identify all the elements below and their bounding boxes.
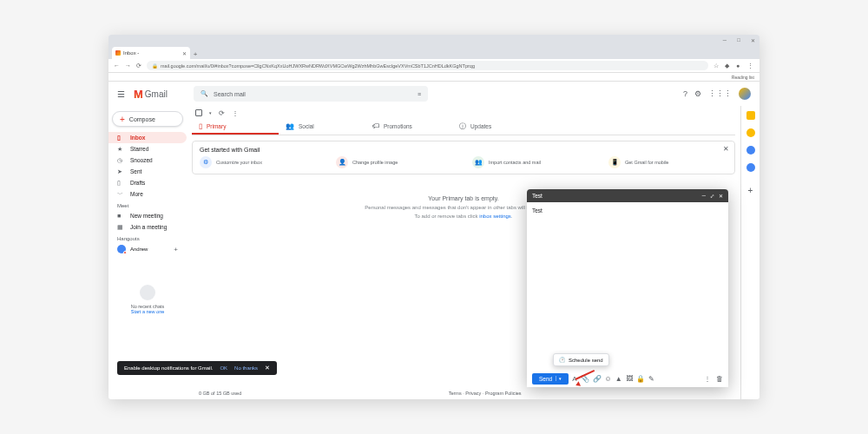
menu-dots-icon[interactable]: ⋮ (747, 62, 754, 69)
tasks-icon[interactable] (746, 146, 755, 155)
add-panel-icon[interactable]: + (748, 186, 753, 195)
emoji-icon[interactable]: ☺ (605, 375, 612, 383)
notif-no-button[interactable]: No thanks (234, 365, 258, 371)
hangout-user[interactable]: Andrew + (108, 243, 187, 255)
address-input[interactable]: 🔒 mail.google.com/mail/u/0/#inbox?compos… (147, 61, 708, 70)
gs-customize[interactable]: ⚙Customize your inbox (200, 156, 319, 168)
sidebar-item-more[interactable]: ﹀More (108, 188, 187, 200)
minimize-compose-icon[interactable]: ─ (702, 193, 706, 199)
compose-body[interactable]: Test (527, 202, 728, 370)
search-bar[interactable]: 🔍 Search mail ≡ (194, 86, 428, 102)
hamburger-icon[interactable]: ☰ (117, 89, 125, 99)
send-button[interactable]: Send ▾ (532, 373, 569, 385)
content-footer: 0 GB of 15 GB used Terms · Privacy · Pro… (192, 387, 735, 399)
tab-promotions[interactable]: 🏷Promotions (365, 120, 452, 135)
hangout-username: Andrew (130, 247, 148, 252)
category-tabs: ▯Primary 👥Social 🏷Promotions ⓘUpdates (192, 120, 735, 135)
bookmark-bar: Reading list (108, 73, 760, 82)
pen-icon[interactable]: ✎ (648, 375, 654, 383)
gmail-logo[interactable]: M Gmail (134, 88, 168, 101)
tab-social[interactable]: 👥Social (279, 120, 365, 135)
meet-new[interactable]: ■New meeting (108, 210, 187, 221)
star-icon[interactable]: ☆ (713, 62, 720, 69)
new-tab-button[interactable]: + (190, 49, 201, 59)
inbox-settings-link[interactable]: inbox settings (479, 214, 511, 219)
browser-tabs: Inbox - ✕ + (108, 45, 760, 59)
more-actions-icon[interactable]: ⋮ (232, 109, 239, 117)
gs-title: Get started with Gmail (200, 147, 727, 153)
sidebar: + Compose ▯Inbox ★Starred ◷Snoozed ➤Sent… (108, 106, 187, 399)
tag-icon: 🏷 (372, 122, 379, 130)
window-titlebar: ─ □ ✕ (108, 35, 760, 45)
expand-compose-icon[interactable]: ⤢ (710, 193, 714, 199)
gear-icon: ⚙ (200, 156, 212, 168)
schedule-send-option[interactable]: 🕐 Schedule send (553, 353, 609, 366)
select-all-checkbox[interactable] (195, 109, 202, 116)
compose-footer: 🕐 Schedule send Send ▾ A 📎 🔗 ☺ ▲ 🖼 🔒 ✎ ⋮… (527, 370, 728, 387)
apps-icon[interactable]: ⋮⋮⋮ (708, 89, 732, 98)
gs-contacts[interactable]: 👥Import contacts and mail (472, 156, 591, 168)
sidebar-item-drafts[interactable]: ▯Drafts (108, 177, 187, 188)
footer-links[interactable]: Terms · Privacy · Program Policies (449, 391, 522, 396)
support-icon[interactable]: ? (683, 89, 687, 98)
compose-header[interactable]: Test ─ ⤢ ✕ (527, 189, 728, 202)
close-compose-icon[interactable]: ✕ (719, 193, 723, 199)
sent-icon: ➤ (117, 168, 124, 175)
image-icon[interactable]: 🖼 (626, 375, 633, 383)
start-new-chat[interactable]: Start a new one (112, 309, 183, 314)
forward-button[interactable]: → (125, 62, 131, 69)
maximize-button[interactable]: □ (735, 36, 742, 43)
account-avatar[interactable] (739, 88, 751, 100)
drive-icon[interactable]: ▲ (615, 375, 622, 383)
status-dot (123, 251, 127, 254)
select-dropdown-icon[interactable]: ▾ (209, 110, 212, 115)
compose-button[interactable]: + Compose (112, 111, 183, 127)
info-icon: ⓘ (459, 122, 466, 131)
trash-icon[interactable]: 🗑 (716, 375, 723, 383)
tab-close-icon[interactable]: ✕ (182, 50, 187, 56)
search-icon: 🔍 (201, 90, 208, 97)
sidebar-item-sent[interactable]: ➤Sent (108, 166, 187, 177)
minimize-button[interactable]: ─ (721, 36, 728, 43)
browser-tab[interactable]: Inbox - ✕ (112, 47, 190, 59)
refresh-icon[interactable]: ⟳ (219, 109, 225, 117)
gs-profile[interactable]: 👤Change profile image (336, 156, 455, 168)
reload-button[interactable]: ⟳ (136, 62, 141, 69)
sidebar-item-snoozed[interactable]: ◷Snoozed (108, 155, 187, 166)
drafts-icon: ▯ (117, 180, 124, 187)
search-options-icon[interactable]: ≡ (418, 91, 421, 97)
profile-icon[interactable]: ● (736, 62, 743, 69)
extension-icon[interactable]: ◆ (725, 62, 732, 69)
close-icon[interactable]: ✕ (723, 145, 729, 153)
more-icon[interactable]: ⋮ (704, 375, 711, 383)
star-icon: ★ (117, 146, 124, 153)
person-icon: 👤 (336, 156, 348, 168)
logo-text: Gmail (145, 89, 168, 99)
notif-close-icon[interactable]: ✕ (265, 365, 270, 372)
hangouts-label: Hangouts (108, 233, 187, 243)
back-button[interactable]: ← (114, 62, 120, 69)
schedule-label: Schedule send (569, 358, 603, 363)
hangout-plus-icon[interactable]: + (174, 246, 178, 253)
close-button[interactable]: ✕ (749, 36, 756, 43)
lock-icon[interactable]: 🔒 (636, 375, 645, 383)
meet-join[interactable]: ▦Join a meeting (108, 221, 187, 233)
tab-title: Inbox - (123, 50, 139, 56)
calendar-icon[interactable] (746, 111, 755, 120)
keep-icon[interactable] (746, 128, 755, 137)
side-panel: + (740, 106, 760, 399)
url-text: mail.google.com/mail/u/0/#inbox?compose=… (161, 63, 475, 69)
compose-subject: Test (532, 193, 542, 199)
sidebar-item-starred[interactable]: ★Starred (108, 143, 187, 155)
video-icon: ■ (117, 213, 124, 219)
gs-mobile[interactable]: 📱Get Gmail for mobile (608, 156, 727, 168)
sidebar-item-inbox[interactable]: ▯Inbox (108, 132, 187, 143)
send-dropdown-icon[interactable]: ▾ (556, 376, 562, 381)
contacts-icon[interactable] (746, 163, 755, 172)
tab-updates[interactable]: ⓘUpdates (452, 120, 539, 135)
settings-icon[interactable]: ⚙ (694, 89, 701, 98)
url-bar: ← → ⟳ 🔒 mail.google.com/mail/u/0/#inbox?… (108, 59, 760, 73)
reading-list-button[interactable]: Reading list (732, 75, 754, 80)
tab-primary[interactable]: ▯Primary (192, 120, 279, 135)
notif-ok-button[interactable]: OK (220, 365, 227, 371)
